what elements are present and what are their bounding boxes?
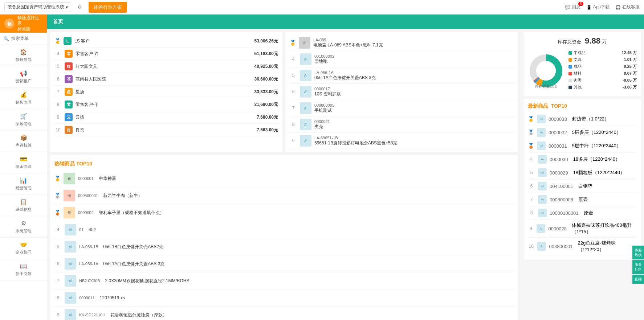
table-row: 🥇 L LS 客户 53,006.26元 [53, 35, 280, 48]
svg-text:食: 食 [68, 177, 71, 181]
rank-number: 5 [290, 73, 297, 78]
customer-name: 红太阳文具 [76, 63, 252, 70]
legend-dot [568, 72, 572, 75]
list-item: 6 Ai LA-056-1A 056-1A白色按键开关盖ABS 3克 [53, 255, 515, 272]
content-body: 🥇 L LS 客户 53,006.26元 4 零 零售客户-许 51,183.0… [47, 29, 644, 320]
table-row: 4 Ai 001000002 雪地靴 [288, 51, 515, 67]
product-code: 0000029 [550, 170, 568, 176]
phone-icon: 📱 [586, 5, 592, 10]
newest-thumb: Ai [537, 141, 546, 150]
product-name: 22g鱼豆腐-烧烤味（1*12*20） [578, 240, 637, 253]
sidebar-item-system[interactable]: ⚙ 系统管理 [0, 216, 47, 238]
try-button[interactable]: 体验行业方案 [89, 2, 127, 13]
product-name: 原壶 [584, 210, 593, 216]
newest-thumb: Ai [538, 155, 547, 164]
content-area: 首页 🥇 L LS 客户 53,006.26元 [47, 15, 644, 320]
rank-number: 9 [528, 226, 534, 231]
rank-number: 5 [528, 170, 535, 175]
rank-number: 4 [528, 157, 535, 162]
product-thumb: Ai [300, 135, 311, 147]
product-code: 0000031 [549, 143, 567, 149]
system-selector[interactable]: 装备及固定资产辅助管理系统 ▾ [4, 2, 71, 12]
customer-name: 肖态 [76, 127, 254, 133]
cs-hotline-button[interactable]: 客服热线 [632, 246, 644, 259]
rank-number: 8 [290, 122, 297, 127]
search-menu-button[interactable]: 🔍 搜索菜单 [0, 33, 47, 45]
rank-number: 6 [54, 261, 62, 266]
product-name: 5层中纤（1220*2440） [572, 143, 621, 149]
rank-number: 6 [528, 184, 535, 189]
medal-icon: 🥉 [54, 210, 61, 216]
hot-products-section: 热销商品 TOP10 🥇 食 0000001 中华神器 🥈 肉 [50, 155, 518, 320]
medal-icon: 🥇 [54, 38, 61, 44]
topbar-right: 💬 消息 6 📱 App下载 🎧 在线客服 [565, 4, 640, 10]
sidebar-item-operation[interactable]: 📊 经营管理 [0, 173, 47, 195]
product-code: 004100001 [550, 184, 573, 189]
list-item: 4 Ai 0000030 18多层（1220*2440） [528, 153, 637, 166]
newest-thumb: Ai [537, 128, 546, 137]
legend-item: 半成品 12.45 万 [568, 50, 637, 56]
product-name: 18颗粒板（1220*2440） [573, 169, 625, 176]
customer-name: 零售客户-许 [76, 51, 252, 57]
list-item: 9 Ai 0000028 体械嘉枝味苏打饮品400毫升（1*15） [528, 220, 637, 238]
dual-panel: 🥇 L LS 客户 53,006.26元 4 零 零售客户-许 51,183.0… [47, 29, 521, 155]
system-icon: ⚙ [21, 220, 26, 227]
app-download-button[interactable]: 📱 App下载 [586, 4, 610, 10]
customer-amount: 51,183.00元 [254, 51, 278, 57]
stock-total-section: 库存总资金 9.88 万 [523, 32, 641, 96]
list-item: 7 Ai 000800008 原壶 [528, 193, 637, 206]
list-item: 5 Ai LA-056-1B 056-1B白色按键开关壳ABS2壳 [53, 238, 515, 255]
product-code: 0000032 [549, 130, 567, 135]
content-header: 首页 [47, 15, 644, 29]
stock-legend: 半成品 12.45 万 文具 1.01 万 成品 0 [568, 50, 637, 91]
medal-icon: 🥇 [290, 40, 296, 46]
table-row: 10 肖 肖态 7,563.00元 [53, 124, 280, 136]
message-button[interactable]: 💬 消息 6 [565, 4, 580, 10]
rank-badge: 肖 [65, 126, 73, 134]
list-item: 8 Ai 10000100001 原壶 [528, 206, 637, 220]
sidebar-item-sales[interactable]: 💰 销售管理 [0, 88, 47, 109]
float-customer-service: 客服热线 服务社区 直播 [632, 246, 644, 284]
settings-icon[interactable]: ⚙ [75, 2, 85, 12]
legend-item: 肉类 -0.05 万 [568, 78, 637, 83]
home-tab[interactable]: 首页 [53, 19, 63, 25]
donut-label: 库存资金占比 [535, 84, 557, 89]
marketing-icon: 📢 [20, 70, 27, 77]
sidebar-item-inventory[interactable]: 📦 库存核算 [0, 131, 47, 152]
sidebar-item-enterprise[interactable]: 🤝 企业协同 [0, 238, 47, 259]
sidebar-item-quicknav[interactable]: 🏠 快捷导航 [0, 45, 47, 66]
newest-thumb: Ai [537, 224, 545, 233]
customer-amount: 21,680.00元 [254, 102, 278, 108]
product-thumb: Ai [299, 37, 310, 49]
product-thumb: Ai [65, 292, 76, 304]
table-row: 8 Ai 0000021 夹壳 [288, 116, 515, 133]
rank-badge: 星 [65, 88, 73, 96]
sidebar-item-basic[interactable]: 📋 基础信息 [0, 195, 47, 216]
sidebar-item-purchase[interactable]: 🛒 采购管理 [0, 109, 47, 131]
main-layout: 畅 畅捷通好生意 标准版 🔍 搜索菜单 🏠 快捷导航 📢 营销推广 💰 销售管理… [0, 15, 644, 320]
sidebar-item-marketing[interactable]: 📢 营销推广 [0, 66, 47, 88]
product-thumbnail: 食 [64, 173, 75, 184]
topbar: 装备及固定资产辅助管理系统 ▾ ⚙ 体验行业方案 💬 消息 6 📱 App下载 … [0, 0, 644, 15]
newest-thumb: Ai [537, 242, 546, 251]
legend-item: 材料 0.07 万 [568, 71, 637, 76]
product-code: 0000028 [548, 226, 567, 231]
cs-live-button[interactable]: 直播 [632, 275, 644, 284]
stock-chart-row: 库存资金占比 半成品 12.45 万 文具 [528, 50, 637, 91]
table-row: 4 零 零售客户-许 51,183.00元 [53, 48, 280, 60]
product-code: 000800008 [550, 197, 573, 202]
rank-number: 6 [290, 89, 297, 94]
right-panel: 库存总资金 9.88 万 [521, 29, 644, 320]
stock-donut-chart: 库存资金占比 [528, 53, 564, 89]
cs-community-button[interactable]: 服务社区 [632, 260, 644, 274]
medal-icon: 🥈 [528, 130, 534, 135]
sidebar-item-finance[interactable]: 💳 资金管理 [0, 152, 47, 173]
online-service-button[interactable]: 🎧 在线客服 [615, 4, 640, 10]
product-name: 白钢垫 [578, 183, 592, 189]
sidebar-item-guide[interactable]: 📖 新手引导 [0, 259, 47, 280]
sidebar: 畅 畅捷通好生意 标准版 🔍 搜索菜单 🏠 快捷导航 📢 营销推广 💰 销售管理… [0, 15, 47, 320]
list-item: 🥈 肉 000500001 新西兰牛肉（新牛） [53, 187, 515, 204]
table-row: 5 Ai LA-056-1A 056-1A白色按键开关盖ABS 3克 [288, 67, 515, 84]
rank-number: 8 [54, 295, 62, 300]
customer-name: 零售客户-于 [76, 102, 252, 108]
